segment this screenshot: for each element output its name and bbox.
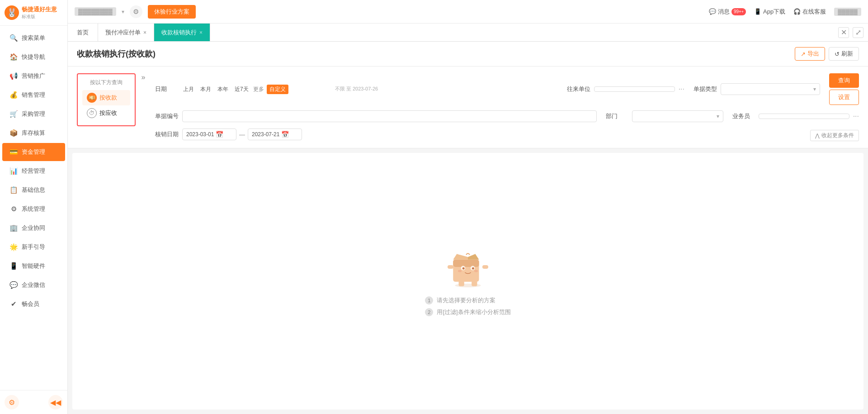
empty-tips: 1 请先选择要分析的方案 2 用[过滤]条件来缩小分析范围 bbox=[425, 296, 510, 316]
writeoff-date-start[interactable]: 2023-03-01 📅 bbox=[182, 128, 236, 140]
sidebar-item-basic-info[interactable]: 📋 基础信息 bbox=[2, 181, 65, 199]
purchase-icon: 🛒 bbox=[9, 109, 18, 119]
sidebar-item-purchase[interactable]: 🛒 采购管理 bbox=[2, 105, 65, 123]
solution-btn[interactable]: 休验行业方案 bbox=[148, 5, 196, 19]
tip-num-2: 2 bbox=[425, 308, 433, 316]
logo-area: 🐰 畅捷通好生意 标准版 bbox=[0, 0, 67, 26]
online-support-btn[interactable]: 🎧 在线客服 bbox=[793, 8, 826, 16]
sidebar-item-hardware[interactable]: 📱 智能硬件 bbox=[2, 257, 65, 275]
expand-tab-btn[interactable]: ⤢ bbox=[853, 27, 863, 38]
filter-by-receivable[interactable]: ⏱ 按应收 bbox=[82, 105, 130, 121]
shortcut-this-month[interactable]: 本月 bbox=[198, 85, 213, 94]
sidebar: 🐰 畅捷通好生意 标准版 🔍 搜索菜单 🏠 快捷导航 📢 营销推广 💰 销售管理… bbox=[0, 0, 68, 414]
date-label: 日期 bbox=[155, 85, 178, 93]
tab-prepay-label: 预付冲应付单 bbox=[105, 29, 141, 37]
shortcut-custom[interactable]: 自定义 bbox=[267, 85, 288, 94]
sidebar-item-quick-nav[interactable]: 🏠 快捷导航 bbox=[2, 48, 65, 66]
sidebar-item-sales[interactable]: 💰 销售管理 bbox=[2, 86, 65, 104]
sidebar-item-label: 企业协同 bbox=[22, 224, 45, 232]
system-icon: ⚙ bbox=[9, 205, 18, 214]
tab-prepay[interactable]: 预付冲应付单 × bbox=[98, 24, 154, 41]
writeoff-date-label: 核销日期 bbox=[155, 130, 179, 138]
sidebar-item-label: 企业微信 bbox=[22, 281, 45, 289]
sidebar-item-member[interactable]: ✔ 畅会员 bbox=[2, 295, 65, 313]
sidebar-item-operations[interactable]: 📊 经营管理 bbox=[2, 162, 65, 180]
shortcut-last-month[interactable]: 上月 bbox=[181, 85, 196, 94]
department-select[interactable]: ▾ bbox=[632, 110, 723, 122]
page-header-actions: ↗ 导出 ↺ 刷新 bbox=[795, 47, 859, 66]
content-area: 收款核销执行(按收款) ↗ 导出 ↺ 刷新 按以下方查询 💴 bbox=[68, 42, 868, 414]
collapse-sidebar-btn[interactable]: ◀◀ bbox=[48, 395, 63, 409]
sidebar-item-label: 采购管理 bbox=[22, 110, 45, 118]
message-btn[interactable]: 💬 消息 99++ bbox=[709, 8, 746, 16]
writeoff-date-end-value: 2023-07-21 bbox=[252, 131, 279, 138]
close-tab-btn[interactable]: ✕ bbox=[838, 27, 849, 38]
query-btn[interactable]: 查询 bbox=[829, 73, 859, 88]
close-prepay-tab-icon[interactable]: × bbox=[143, 29, 146, 36]
sidebar-item-fund[interactable]: 💳 资金管理 bbox=[2, 143, 65, 161]
collapse-more-area: ⋀ 收起更多条件 bbox=[810, 128, 859, 141]
sidebar-item-label: 营销推广 bbox=[22, 72, 45, 80]
svg-rect-2 bbox=[453, 259, 479, 266]
filter-row-1: 日期 上月 本月 本年 近7天 更多 自定义 不限 至 2023-07-26 bbox=[155, 73, 859, 105]
sidebar-item-label: 经营管理 bbox=[22, 167, 45, 175]
sidebar-item-wechat[interactable]: 💬 企业微信 bbox=[2, 276, 65, 294]
document-number-label: 单据编号 bbox=[155, 112, 179, 120]
empty-tip-1: 1 请先选择要分析的方案 bbox=[425, 296, 510, 305]
app-icon: 📱 bbox=[754, 8, 761, 15]
export-btn[interactable]: ↗ 导出 bbox=[795, 47, 825, 61]
tip-num-1: 1 bbox=[425, 296, 433, 305]
logo-sub: 标准版 bbox=[22, 14, 57, 19]
sidebar-item-marketing[interactable]: 📢 营销推广 bbox=[2, 67, 65, 85]
chevron-down-icon[interactable]: ▾ bbox=[122, 9, 124, 15]
member-icon: ✔ bbox=[9, 300, 18, 309]
date-hint: 不限 至 2023-07-26 bbox=[335, 86, 378, 92]
sidebar-item-label: 智能硬件 bbox=[22, 262, 45, 270]
document-type-select[interactable]: ▾ bbox=[721, 83, 820, 95]
home-icon: 🏠 bbox=[9, 52, 18, 62]
filter-settings-btn[interactable]: 设置 bbox=[829, 90, 859, 105]
filter-by-receipt[interactable]: 💴 按收款 bbox=[82, 90, 130, 105]
refresh-btn[interactable]: ↺ 刷新 bbox=[829, 47, 859, 61]
calendar-start-icon[interactable]: 📅 bbox=[216, 131, 223, 138]
writeoff-date-range: 2023-03-01 📅 — 2023-07-21 📅 bbox=[182, 128, 302, 140]
shortcut-more[interactable]: 更多 bbox=[253, 86, 264, 93]
close-collect-writeoff-tab-icon[interactable]: × bbox=[199, 29, 203, 36]
settings-bottom-btn[interactable]: ⚙ bbox=[5, 395, 19, 409]
collapse-more-btn[interactable]: ⋀ 收起更多条件 bbox=[810, 130, 859, 141]
settings-gear-btn[interactable]: ⚙ bbox=[130, 5, 142, 18]
writeoff-date-end[interactable]: 2023-07-21 📅 bbox=[248, 128, 302, 140]
salesperson-input[interactable] bbox=[759, 114, 849, 119]
empty-tip-2: 2 用[过滤]条件来缩小分析范围 bbox=[425, 308, 510, 316]
sidebar-item-inventory[interactable]: 📦 库存核算 bbox=[2, 124, 65, 142]
brand-name: ▓▓▓▓▓▓▓▓ bbox=[75, 7, 116, 16]
calendar-end-icon[interactable]: 📅 bbox=[281, 131, 289, 138]
tab-home[interactable]: 首页 bbox=[68, 24, 98, 41]
salesperson-more-icon[interactable]: ··· bbox=[853, 112, 859, 120]
sidebar-item-system[interactable]: ⚙ 系统管理 bbox=[2, 200, 65, 218]
sidebar-item-guide[interactable]: 🌟 新手引导 bbox=[2, 238, 65, 256]
guide-icon: 🌟 bbox=[9, 243, 18, 252]
shortcut-this-year[interactable]: 本年 bbox=[216, 85, 230, 94]
app-download-btn[interactable]: 📱 App下载 bbox=[754, 8, 785, 16]
document-number-input[interactable] bbox=[182, 110, 597, 122]
sidebar-item-label: 畅会员 bbox=[22, 300, 39, 308]
sidebar-item-search[interactable]: 🔍 搜索菜单 bbox=[2, 29, 65, 47]
receipt-filter-icon: 💴 bbox=[87, 93, 97, 103]
collapse-filter-panel-btn[interactable]: » bbox=[138, 73, 148, 81]
sidebar-item-label: 销售管理 bbox=[22, 91, 45, 99]
sidebar-item-enterprise[interactable]: 🏢 企业协同 bbox=[2, 219, 65, 237]
fund-icon: 💳 bbox=[9, 148, 18, 157]
collapse-more-label: 收起更多条件 bbox=[821, 132, 854, 139]
sidebar-item-label: 新手引导 bbox=[22, 243, 45, 251]
logo-text: 畅捷通好生意 标准版 bbox=[22, 6, 57, 19]
shortcut-7days[interactable]: 近7天 bbox=[233, 85, 250, 94]
counterparty-input[interactable] bbox=[594, 86, 675, 92]
svg-point-5 bbox=[462, 267, 465, 269]
writeoff-date-start-value: 2023-03-01 bbox=[186, 131, 214, 138]
tab-collect-writeoff[interactable]: 收款核销执行 × bbox=[154, 24, 210, 41]
support-icon: 🎧 bbox=[793, 8, 801, 15]
filter-by-receipt-label: 按收款 bbox=[99, 94, 117, 102]
message-label: 消息 bbox=[718, 8, 730, 16]
counterparty-more-icon[interactable]: ··· bbox=[679, 85, 684, 93]
